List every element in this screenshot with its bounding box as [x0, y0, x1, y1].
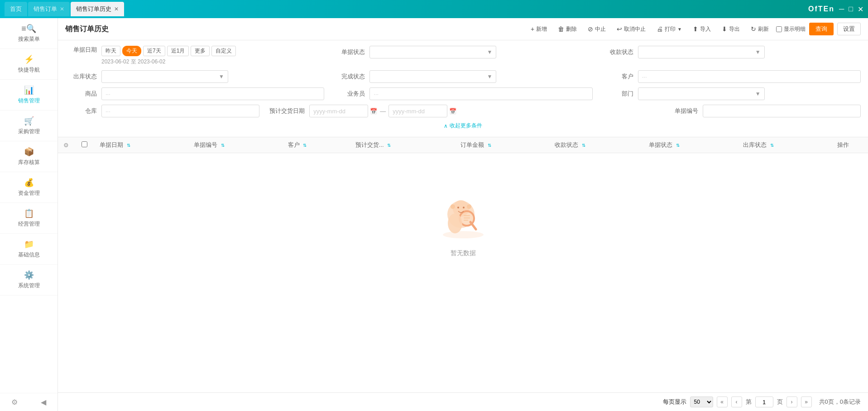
receipt-status-label: 收款状态: [602, 48, 638, 56]
stop-button-label: 中止: [595, 25, 606, 33]
collapse-filter-btn[interactable]: ∧ 收起更多条件: [65, 120, 861, 131]
empty-state-row: 暂无数据: [58, 153, 868, 294]
dept-select[interactable]: ▼: [638, 87, 765, 100]
collapse-label: 收起更多条件: [450, 122, 482, 130]
window-close[interactable]: ✕: [858, 5, 863, 14]
sidebar-item-quick-nav-label: 快捷导航: [18, 66, 40, 74]
goods-label: 商品: [65, 90, 101, 98]
receipt-status-select[interactable]: ▼: [638, 46, 765, 58]
col-out-status-label: 出库状态: [743, 141, 767, 148]
sidebar-item-base-info-label: 基础信息: [18, 251, 40, 259]
sidebar-item-purchase-mgmt-label: 采购管理: [18, 128, 40, 135]
warehouse-input[interactable]: ···: [101, 105, 259, 117]
query-button[interactable]: 查询: [809, 23, 834, 35]
import-button[interactable]: ⬆ 导入: [689, 24, 715, 35]
sidebar-item-purchase-mgmt[interactable]: 🛒 采购管理: [0, 111, 58, 141]
sidebar-item-inventory[interactable]: 📦 库存核算: [0, 141, 58, 172]
delete-button[interactable]: 🗑 删除: [554, 24, 580, 35]
date-last1m-btn[interactable]: 近1月: [167, 46, 189, 56]
sidebar-item-base-info[interactable]: 📁 基础信息: [0, 234, 58, 265]
content-area: 销售订单历史 + 新增 🗑 删除 ⊘ 中止 ↩ 取消中止: [58, 18, 868, 411]
capital-mgmt-icon: 💰: [24, 178, 34, 188]
date-last7-btn[interactable]: 近7天: [143, 46, 165, 56]
col-out-status[interactable]: 出库状态 ⇅: [738, 137, 832, 153]
display-toggle-label: 显示明细: [784, 25, 806, 33]
sidebar-item-sales-mgmt[interactable]: 📊 销售管理: [0, 80, 58, 111]
complete-status-select[interactable]: ▼: [369, 70, 496, 83]
bill-no-input[interactable]: [703, 105, 861, 117]
col-receipt-status[interactable]: 收款状态 ⇅: [549, 137, 643, 153]
export-button[interactable]: ⬇ 导出: [718, 24, 743, 35]
sidebar-item-search-menu[interactable]: ≡🔍 搜索菜单: [0, 18, 58, 49]
date-today-btn[interactable]: 今天: [122, 46, 141, 56]
date-custom-btn[interactable]: 自定义: [211, 46, 236, 56]
bill-status-select[interactable]: ▼: [369, 46, 496, 58]
sidebar-item-sales-mgmt-label: 销售管理: [18, 97, 40, 105]
out-stock-arrow-icon: ▼: [219, 73, 224, 80]
refresh-button[interactable]: ↻ 刷新: [747, 24, 772, 35]
table-select-all-checkbox[interactable]: [82, 141, 87, 147]
delivery-date-from-calendar-icon[interactable]: 📅: [370, 108, 377, 115]
prev-page-btn[interactable]: ‹: [731, 396, 742, 407]
col-date[interactable]: 单据日期 ⇅: [94, 137, 188, 153]
settings-button[interactable]: 设置: [837, 23, 861, 35]
out-stock-select[interactable]: ▼: [101, 70, 228, 83]
last-page-btn[interactable]: »: [801, 396, 812, 407]
main-layout: ≡🔍 搜索菜单 ⚡ 快捷导航 📊 销售管理 🛒 采购管理 📦 库存核算 💰 资金…: [0, 18, 868, 411]
next-page-btn[interactable]: ›: [786, 396, 797, 407]
per-page-select[interactable]: 50 10 20 100: [690, 396, 713, 407]
sidebar-item-sys-mgmt[interactable]: ⚙️ 系统管理: [0, 265, 58, 295]
import-button-label: 导入: [700, 25, 711, 33]
salesman-input[interactable]: ···: [369, 87, 592, 100]
tab-sales-order-history-close[interactable]: ✕: [114, 6, 119, 12]
sidebar-item-quick-nav[interactable]: ⚡ 快捷导航: [0, 49, 58, 80]
date-more-btn[interactable]: 更多: [191, 46, 210, 56]
col-amount[interactable]: 订单金额 ⇅: [455, 137, 549, 153]
col-bill-status[interactable]: 单据状态 ⇅: [643, 137, 738, 153]
sidebar-collapse-icon[interactable]: ◀: [41, 398, 46, 406]
table-body: 暂无数据: [58, 153, 868, 294]
cancel-stop-button[interactable]: ↩ 取消中止: [613, 24, 649, 35]
current-page-input[interactable]: [755, 396, 773, 407]
bill-status-label: 单据状态: [333, 48, 369, 56]
sidebar-item-capital-mgmt[interactable]: 💰 资金管理: [0, 172, 58, 203]
date-yesterday-btn[interactable]: 昨天: [101, 46, 120, 56]
display-toggle-checkbox[interactable]: [776, 26, 782, 32]
table-settings-button[interactable]: ⚙: [63, 142, 69, 149]
stop-button[interactable]: ⊘ 中止: [584, 24, 609, 35]
col-customer[interactable]: 客户 ⇅: [283, 137, 350, 153]
goods-input[interactable]: ···: [101, 87, 324, 100]
window-minimize[interactable]: ─: [839, 5, 844, 13]
delete-icon: 🗑: [558, 25, 564, 33]
delivery-date-separator: —: [380, 108, 386, 115]
tab-sales-order[interactable]: 销售订单 ✕: [28, 2, 70, 16]
sales-mgmt-icon: 📊: [24, 85, 34, 95]
sidebar-item-sys-mgmt-label: 系统管理: [18, 282, 40, 290]
export-button-label: 导出: [729, 25, 740, 33]
delivery-date-from-input[interactable]: yyyy-mm-dd: [309, 105, 368, 117]
filter-section: 单据日期 昨天 今天 近7天 近1月 更多 自定义 2023-06-02 至 2…: [58, 40, 868, 137]
add-button[interactable]: + 新增: [527, 24, 551, 35]
delivery-date-to-input[interactable]: yyyy-mm-dd: [388, 105, 447, 117]
print-button[interactable]: 🖨 打印 ▼: [653, 24, 686, 35]
dept-filter: 部门 ▼: [602, 87, 861, 100]
col-delivery[interactable]: 预计交货... ⇅: [350, 137, 456, 153]
delivery-date-to-calendar-icon[interactable]: 📅: [449, 108, 456, 115]
window-maximize[interactable]: □: [849, 5, 853, 13]
svg-point-12: [467, 204, 471, 209]
sidebar-item-business-mgmt[interactable]: 📋 经营管理: [0, 203, 58, 234]
first-page-btn[interactable]: «: [717, 396, 728, 407]
tab-sales-order-history[interactable]: 销售订单历史 ✕: [71, 2, 124, 16]
svg-point-0: [443, 231, 484, 238]
tab-home[interactable]: 首页: [5, 2, 27, 16]
tab-sales-order-close[interactable]: ✕: [60, 6, 64, 12]
out-stock-label: 出库状态: [65, 73, 101, 81]
col-amount-label: 订单金额: [460, 141, 484, 148]
col-no[interactable]: 单据编号 ⇅: [188, 137, 283, 153]
dept-label: 部门: [602, 90, 638, 98]
sidebar-bottom-settings-icon[interactable]: ⚙: [11, 398, 18, 406]
customer-input[interactable]: ···: [638, 70, 861, 83]
refresh-icon: ↻: [751, 25, 756, 33]
quick-nav-icon: ⚡: [24, 54, 34, 64]
out-stock-filter: 出库状态 ▼: [65, 70, 324, 83]
